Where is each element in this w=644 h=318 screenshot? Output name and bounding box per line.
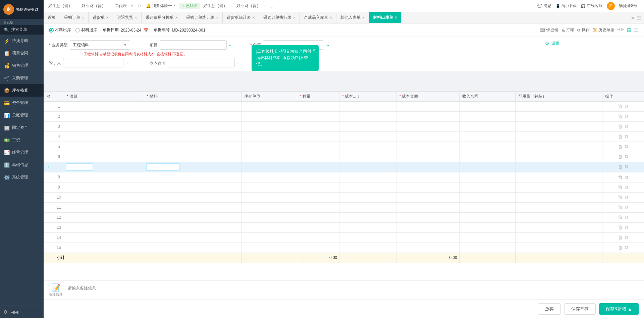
delete-row-icon[interactable]: 🗑: [617, 114, 623, 119]
tab-finished-goods[interactable]: 产成品入库单 ✕: [300, 12, 336, 23]
row-project-cell[interactable]: [64, 192, 144, 202]
row-material-cell[interactable]: [144, 111, 241, 121]
print-button[interactable]: 🖨 打印: [561, 27, 574, 33]
row-material-cell[interactable]: [144, 192, 241, 202]
tab-inbound-return[interactable]: 进退货货 ✕: [113, 12, 142, 23]
sidebar-item-finance[interactable]: 💳 资金管理: [0, 97, 44, 109]
delete-row-icon[interactable]: 🗑: [617, 154, 623, 159]
tab-purchase-expense[interactable]: 采购费用分摊单 ✕: [142, 12, 182, 23]
row-project-cell[interactable]: [64, 131, 144, 142]
row-project-cell[interactable]: [64, 142, 144, 152]
sidebar-item-assets[interactable]: 🏢 固定资产: [0, 121, 44, 134]
sidebar-item-project[interactable]: 📋 项目合同: [0, 47, 44, 59]
row-material-cell[interactable]: [144, 232, 241, 243]
app-download-button[interactable]: 📱 App下载: [555, 3, 577, 9]
col-gear[interactable]: ⚙: [44, 91, 54, 101]
project-input[interactable]: [160, 40, 227, 50]
copy-row-icon[interactable]: ⧉: [624, 205, 629, 210]
calendar-icon[interactable]: 📅: [143, 28, 148, 33]
project-dots[interactable]: ···: [229, 42, 233, 48]
tab-close-inbound-return[interactable]: ✕: [135, 16, 137, 19]
handler-input[interactable]: [63, 58, 123, 67]
delete-row-icon[interactable]: 🗑: [617, 215, 623, 220]
delete-row-icon[interactable]: 🗑: [617, 144, 623, 149]
handler-dots[interactable]: ···: [125, 60, 129, 65]
tab-close-material-outbound[interactable]: ✕: [394, 16, 397, 19]
delete-row-icon[interactable]: 🗑: [617, 184, 623, 190]
sidebar-item-info[interactable]: ℹ️ 基础信息: [0, 159, 44, 171]
row-project-cell[interactable]: [64, 232, 144, 243]
topbar-easy-agent[interactable]: 易代账: [113, 2, 128, 9]
grid-view-icon[interactable]: ⊞: [627, 27, 631, 33]
tab-close-purchase-expense[interactable]: ✕: [175, 16, 178, 19]
operate-button[interactable]: ⚙ 操作: [577, 27, 590, 33]
tab-close-inbound-stats[interactable]: ✕: [252, 16, 255, 19]
tab-inbound[interactable]: 进货单 ✕: [89, 12, 113, 23]
delete-row-icon[interactable]: 🗑: [617, 104, 623, 109]
tab-close-purchase-stats[interactable]: ✕: [216, 16, 218, 19]
delete-row-icon[interactable]: 🗑: [617, 205, 623, 210]
copy-row-icon[interactable]: ⧉: [624, 245, 629, 250]
row-material-cell[interactable]: [144, 182, 241, 192]
copy-row-icon[interactable]: ⧉: [624, 134, 629, 139]
row-material-cell[interactable]: [144, 121, 241, 131]
sidebar-item-search[interactable]: 🔍 搜索菜单: [0, 25, 44, 35]
copy-row-icon[interactable]: ⧉: [624, 235, 629, 240]
tab-menu[interactable]: ☰: [637, 15, 641, 20]
delete-row-icon[interactable]: 🗑: [617, 164, 623, 169]
business-type-select[interactable]: 工程领料 ▼: [70, 40, 130, 50]
delete-row-icon[interactable]: 🗑: [617, 225, 623, 230]
copy-row-icon[interactable]: ⧉: [624, 164, 629, 169]
row-project-cell[interactable]: [64, 243, 144, 253]
copy-row-icon[interactable]: ⧉: [624, 144, 629, 149]
row-material-cell[interactable]: [144, 243, 241, 253]
row-material-cell[interactable]: [144, 172, 241, 182]
sidebar-item-purchase[interactable]: 🛒 采购管理: [0, 72, 44, 84]
settings-icon[interactable]: ⚙: [545, 40, 549, 47]
tab-other-inbound[interactable]: 其他入库单 ✕: [336, 12, 369, 23]
tab-inbound-stats[interactable]: 进货单统计表 ✕: [223, 12, 259, 23]
tab-close-finished-goods[interactable]: ✕: [329, 16, 332, 19]
copy-row-icon[interactable]: ⧉: [624, 215, 629, 220]
topbar-try[interactable]: 🔔 我要体验一下: [145, 2, 177, 9]
sidebar-item-operations[interactable]: 📈 经营管理: [0, 146, 44, 159]
row-gear[interactable]: +: [44, 162, 54, 172]
discard-button[interactable]: 放弃: [538, 303, 561, 315]
history-button[interactable]: 📜 历史单据: [592, 27, 614, 33]
row-material-cell[interactable]: [144, 162, 241, 172]
tab-close-inbound[interactable]: ✕: [106, 16, 109, 19]
delete-row-icon[interactable]: 🗑: [617, 195, 623, 200]
tab-close-all[interactable]: ✕: [631, 15, 635, 20]
sidebar-item-sales[interactable]: 💰 销售管理: [0, 59, 44, 72]
radio-material-out[interactable]: 材料出库: [49, 27, 71, 33]
copy-row-icon[interactable]: ⧉: [624, 114, 629, 119]
shortcut-button[interactable]: ⌨ 快捷键: [540, 27, 558, 33]
date-value[interactable]: 2023-03-24: [121, 28, 141, 33]
tab-purchase-order[interactable]: 采购订单 ✕: [60, 12, 89, 23]
message-button[interactable]: 💬 消息: [537, 3, 551, 9]
list-view-icon[interactable]: ☰: [634, 27, 639, 33]
tab-close-purchase-exec[interactable]: ✕: [293, 16, 296, 19]
sidebar-item-salary[interactable]: 💵 工资: [0, 134, 44, 146]
save-draft-button[interactable]: 保存草稿: [564, 303, 596, 315]
row-project-cell[interactable]: [64, 222, 144, 232]
collapse-icon[interactable]: ◀◀: [11, 309, 18, 315]
tab-close-purchase-order[interactable]: ✕: [82, 16, 84, 19]
topbar-more[interactable]: ...: [268, 3, 274, 9]
warehouse-dots[interactable]: ···: [325, 42, 329, 48]
topbar-gf2[interactable]: 好业财（普）: [235, 2, 262, 9]
tab-purchase-exec[interactable]: 采购订单执行表 ✕: [259, 12, 300, 23]
copy-row-icon[interactable]: ⧉: [624, 184, 629, 190]
sidebar-item-quicknav[interactable]: ⚡ 快捷导航: [0, 35, 44, 47]
sidebar-item-ledger[interactable]: 📊 总账管理: [0, 109, 44, 121]
copy-row-icon[interactable]: ⧉: [624, 154, 629, 159]
delete-row-icon[interactable]: 🗑: [617, 245, 623, 250]
row-material-cell[interactable]: [144, 152, 241, 162]
row-project-cell[interactable]: [64, 212, 144, 222]
radio-material-return[interactable]: 材料退库: [75, 27, 97, 33]
delete-row-icon[interactable]: 🗑: [617, 235, 623, 240]
income-contract-dots[interactable]: ···: [237, 60, 241, 65]
tooltip-close-button[interactable]: ✕: [313, 47, 316, 53]
row-material-cell[interactable]: [144, 142, 241, 152]
row-project-cell[interactable]: [64, 111, 144, 121]
